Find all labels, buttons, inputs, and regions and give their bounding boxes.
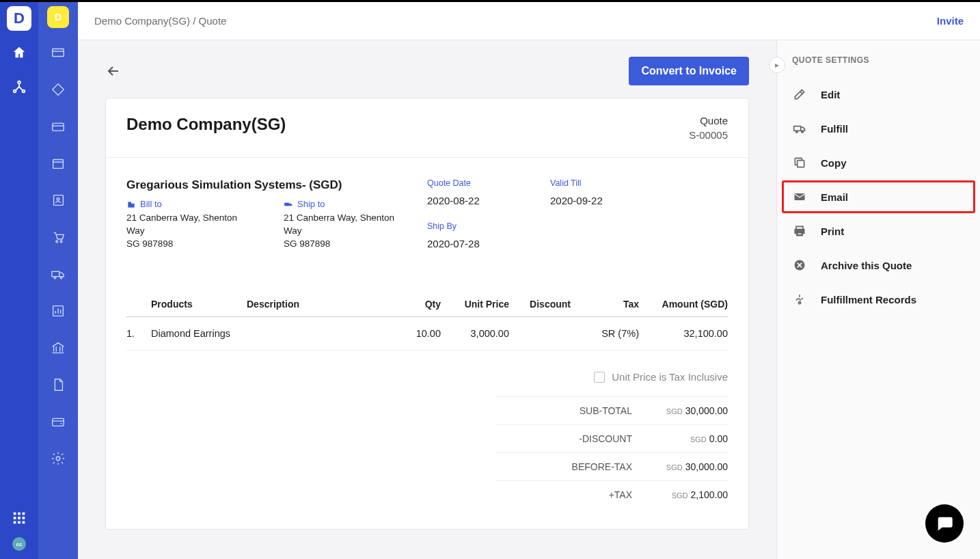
svg-rect-7 [18, 517, 21, 519]
ship-to-block: Ship to 21 Canberra Way, Shenton Way SG … [284, 199, 413, 251]
svg-point-29 [796, 131, 798, 133]
email-icon [792, 189, 807, 204]
line-items-header: Products Description Qty Unit Price Disc… [126, 292, 728, 317]
line-item-row: 1. Diamond Earrings 10.00 3,000.00 SR (7… [126, 317, 728, 351]
svg-rect-5 [23, 513, 25, 515]
wallet-icon[interactable] [46, 409, 70, 434]
svg-point-17 [56, 241, 58, 243]
quote-settings-panel: ▸ QUOTE SETTINGS Edit Fulfill Copy Email [776, 40, 980, 559]
dashboard-icon[interactable] [46, 40, 70, 65]
tag-icon[interactable] [46, 77, 70, 102]
ship-by-value: 2020-07-28 [427, 238, 509, 249]
svg-rect-6 [14, 517, 16, 519]
svg-point-16 [57, 197, 59, 200]
svg-rect-19 [52, 271, 59, 276]
bill-to-block: Bill to 21 Canberra Way, Shenton Way SG … [126, 199, 256, 251]
valid-till-label: Valid Till [550, 178, 632, 188]
gear-icon[interactable] [46, 446, 70, 471]
svg-point-18 [60, 241, 62, 243]
svg-rect-27 [284, 202, 289, 206]
svg-rect-4 [18, 513, 21, 515]
svg-rect-11 [23, 521, 25, 524]
fulfill-action[interactable]: Fulfill [777, 111, 980, 146]
print-icon [792, 223, 807, 238]
svg-rect-26 [131, 203, 135, 207]
bank-icon[interactable] [46, 336, 70, 360]
svg-point-30 [802, 131, 804, 133]
back-arrow-icon[interactable] [105, 63, 122, 79]
copy-action[interactable]: Copy [777, 146, 980, 180]
chat-bubble-icon[interactable] [925, 504, 964, 543]
fulfill-icon [792, 121, 807, 136]
svg-point-35 [798, 301, 800, 303]
svg-point-2 [23, 90, 25, 93]
svg-point-1 [14, 90, 16, 93]
svg-rect-31 [798, 161, 804, 167]
svg-rect-9 [14, 521, 16, 524]
email-action[interactable]: Email [781, 180, 976, 214]
hub-icon[interactable] [7, 74, 31, 99]
secondary-nav: D [38, 2, 78, 559]
home-icon[interactable] [7, 40, 31, 65]
svg-rect-25 [128, 202, 131, 207]
valid-till-value: 2020-09-22 [550, 195, 632, 206]
copy-icon [792, 155, 807, 170]
svg-point-24 [56, 456, 60, 461]
ship-by-label: Ship By [427, 221, 509, 231]
doc-number: S-00005 [689, 129, 728, 141]
company-avatar[interactable]: D [47, 6, 69, 28]
fulfillment-records-action[interactable]: Fulfillment Records [777, 282, 980, 316]
breadcrumb[interactable]: Demo Company(SG) / Quote [94, 15, 226, 27]
svg-rect-14 [53, 160, 64, 169]
primary-nav: D cc [0, 2, 38, 559]
svg-rect-8 [23, 517, 25, 519]
quote-card: Demo Company(SG) Quote S-00005 Gregariou… [105, 98, 749, 530]
chart-icon[interactable] [46, 299, 70, 323]
box-icon[interactable] [46, 151, 70, 176]
app-logo[interactable]: D [7, 6, 31, 31]
cart-icon[interactable] [46, 225, 70, 249]
svg-rect-28 [794, 126, 801, 131]
edit-icon [792, 87, 807, 102]
truck-icon[interactable] [46, 262, 70, 286]
quote-date-value: 2020-08-22 [427, 195, 509, 206]
archive-action[interactable]: Archive this Quote [777, 248, 980, 282]
checkbox-icon[interactable] [594, 372, 605, 383]
collapse-panel-icon[interactable]: ▸ [769, 57, 785, 73]
records-icon [792, 292, 807, 307]
svg-point-20 [54, 277, 56, 279]
quote-date-label: Quote Date [427, 178, 509, 188]
apps-grid-icon[interactable] [7, 506, 31, 530]
svg-rect-12 [53, 49, 64, 57]
svg-rect-10 [18, 521, 21, 524]
print-action[interactable]: Print [777, 214, 980, 248]
svg-rect-3 [14, 513, 16, 515]
card-icon[interactable] [46, 114, 70, 139]
cc-badge[interactable]: cc [12, 537, 26, 551]
svg-rect-32 [795, 193, 805, 200]
contacts-icon[interactable] [46, 188, 70, 213]
settings-title: QUOTE SETTINGS [777, 55, 980, 77]
tax-inclusive-toggle[interactable]: Unit Price is Tax Inclusive [495, 371, 728, 383]
invite-link[interactable]: Invite [937, 15, 964, 27]
svg-rect-13 [53, 123, 64, 131]
svg-rect-33 [795, 230, 804, 234]
company-name: Demo Company(SG) [126, 115, 286, 141]
doc-type: Quote [689, 115, 728, 126]
svg-point-21 [60, 277, 62, 279]
edit-action[interactable]: Edit [777, 77, 980, 111]
convert-to-invoice-button[interactable]: Convert to Invoice [629, 57, 749, 85]
svg-rect-23 [53, 418, 64, 426]
page-header: Demo Company(SG) / Quote Invite [78, 2, 980, 40]
file-icon[interactable] [46, 372, 70, 397]
client-name: Gregarious Simulation Systems- (SGD) [126, 178, 413, 192]
svg-point-0 [18, 81, 21, 84]
archive-icon [792, 258, 807, 273]
